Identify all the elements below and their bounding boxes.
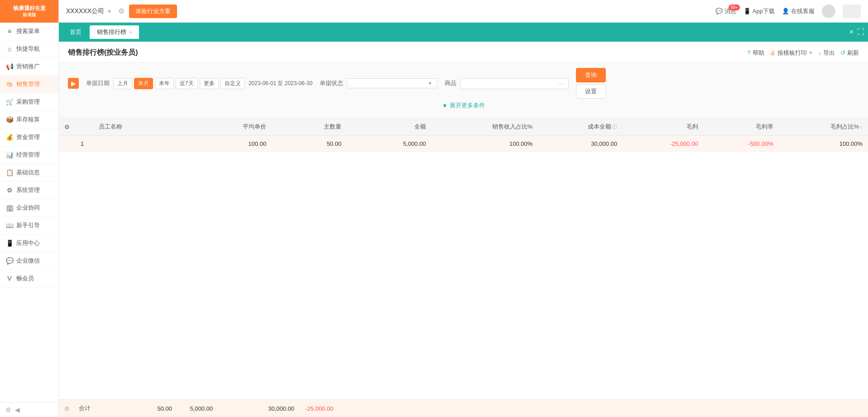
- operations-icon: 📊: [5, 151, 14, 158]
- service-icon: 👤: [782, 8, 789, 14]
- footer-settings-icon: ⚙: [64, 405, 70, 412]
- sidebar-item-system[interactable]: ⚙ 系统管理: [0, 182, 58, 199]
- sidebar-item-member[interactable]: V 畅会员: [0, 270, 58, 288]
- col-rank: [75, 118, 93, 136]
- app-download-button[interactable]: 📱 App下载: [743, 7, 775, 15]
- tab-bar: 首页 销售排行榜 × × ⛶: [59, 23, 868, 42]
- filter-toggle-arrow[interactable]: ▶: [68, 78, 79, 89]
- sidebar-item-guide[interactable]: 📖 新手引导: [0, 217, 58, 235]
- app-icon: 📱: [743, 8, 751, 14]
- col-settings[interactable]: ⚙: [59, 118, 75, 136]
- date-btn-custom[interactable]: 自定义: [221, 78, 245, 89]
- col-avg-price: 平均单价: [187, 118, 272, 136]
- sidebar-item-search[interactable]: ≡ 搜索菜单: [0, 23, 58, 40]
- tab-home[interactable]: 首页: [62, 25, 89, 39]
- sidebar-item-appcenter[interactable]: 📱 应用中心: [0, 235, 58, 252]
- sidebar-item-operations[interactable]: 📊 经营管理: [0, 146, 58, 164]
- sidebar-label-search: 搜索菜单: [16, 27, 40, 35]
- col-sales-pct: 销售收入占比%: [432, 118, 538, 136]
- settings-bottom-icon[interactable]: ⚙: [5, 406, 11, 413]
- company-selector[interactable]: XXXXXX公司 ▼: [66, 7, 112, 15]
- footer-cost: 30,000.00: [259, 405, 300, 412]
- user-avatar[interactable]: [822, 5, 835, 18]
- date-btn-prev-month[interactable]: 上月: [113, 78, 132, 89]
- date-btn-7days[interactable]: 近7天: [176, 78, 198, 89]
- status-select[interactable]: ▼: [347, 78, 437, 88]
- goods-dots-icon: ···: [559, 80, 564, 87]
- refresh-button[interactable]: ↺ 刷新: [840, 49, 859, 57]
- guide-icon: 📖: [5, 222, 14, 229]
- filter-row: ▶ 单据日期 上月 本月 本年 近7天 更多 自定义 2023-06-01 至 …: [68, 68, 859, 99]
- member-icon: V: [5, 275, 14, 282]
- status-label: 单据状态: [320, 79, 343, 87]
- date-range-display: 2023-06-01 至 2023-06-30: [249, 80, 312, 87]
- sidebar-item-finance[interactable]: 💰 资金管理: [0, 129, 58, 146]
- column-settings-icon[interactable]: ⚙: [64, 124, 70, 130]
- sidebar-label-basic: 基础信息: [16, 168, 40, 177]
- print-dropdown-arrow: ▼: [809, 50, 813, 55]
- refresh-label: 刷新: [847, 49, 859, 57]
- export-button[interactable]: ↓ 导出: [819, 49, 835, 57]
- cell-qty: 50.00: [272, 136, 347, 152]
- sidebar-nav: ≡ 搜索菜单 ⌂ 快捷导航 📢 营销推广 🛍 销售管理 🛒 采购管理 📦 库存核…: [0, 23, 58, 402]
- date-btn-more[interactable]: 更多: [200, 78, 219, 89]
- sidebar-item-purchase[interactable]: 🛒 采购管理: [0, 93, 58, 111]
- footer-gross: -25,000.00: [300, 405, 339, 412]
- help-button[interactable]: ? 帮助: [747, 49, 764, 57]
- tab-close-icon[interactable]: ×: [129, 29, 132, 35]
- sidebar-label-appcenter: 应用中心: [16, 239, 40, 247]
- expand-row: ▼ 展开更多条件: [68, 99, 859, 112]
- cell-rank: 1: [75, 136, 93, 152]
- cell-amount: 5,000.00: [347, 136, 432, 152]
- help-icon: ?: [747, 49, 750, 56]
- logo-line1: 畅康通好生意: [13, 5, 46, 12]
- sidebar-label-inventory: 库存核算: [16, 115, 40, 124]
- print-button[interactable]: 🖨 按模板打印 ▼: [770, 49, 813, 57]
- online-service-button[interactable]: 👤 在线客服: [782, 7, 815, 15]
- tab-maximize-icon[interactable]: ⛶: [857, 28, 864, 36]
- sidebar-label-system: 系统管理: [16, 186, 40, 194]
- sidebar-label-guide: 新手引导: [16, 221, 40, 230]
- table-row: 1 100.00 50.00 5,000.00 100.00% 30,000.0…: [59, 136, 868, 152]
- sidebar-item-sales[interactable]: 🛍 销售管理: [0, 76, 58, 93]
- page-actions: ? 帮助 🖨 按模板打印 ▼ ↓ 导出 ↺ 刷新: [747, 49, 859, 57]
- cost-info-icon[interactable]: ⓘ: [612, 124, 617, 129]
- logo: 畅康通好生意 标准版: [0, 0, 58, 23]
- col-gross: 毛利: [623, 118, 704, 136]
- sidebar-item-wechat[interactable]: 💬 企业微信: [0, 252, 58, 270]
- message-button[interactable]: 💬 消息 99+: [715, 7, 736, 15]
- date-btn-current-year[interactable]: 本年: [155, 78, 174, 89]
- system-icon: ⚙: [5, 187, 14, 194]
- tab-actions: × ⛶: [849, 28, 864, 36]
- goods-input[interactable]: ···: [460, 78, 569, 89]
- settings-button[interactable]: 设置: [576, 84, 606, 99]
- query-button[interactable]: 查询: [576, 68, 606, 82]
- grosspct-info-icon[interactable]: ↕: [860, 124, 863, 129]
- collapse-icon[interactable]: ◀: [15, 406, 20, 413]
- date-btn-current-month[interactable]: 本月: [134, 78, 153, 89]
- help-label: 帮助: [753, 49, 764, 57]
- date-filter-item: 单据日期 上月 本月 本年 近7天 更多 自定义 2023-06-01 至 20…: [86, 78, 312, 89]
- tab-sales-ranking[interactable]: 销售排行榜 ×: [90, 25, 139, 39]
- sidebar-bottom: ⚙ ◀: [0, 402, 58, 417]
- refresh-icon: ↺: [840, 49, 845, 56]
- sidebar-item-enterprise[interactable]: 🏢 企业协同: [0, 199, 58, 217]
- date-buttons: 上月 本月 本年 近7天 更多 自定义: [113, 78, 245, 89]
- page-content: 销售排行榜(按业务员) ? 帮助 🖨 按模板打印 ▼ ↓ 导出 ↺ 刷新: [59, 42, 868, 417]
- header-gear-icon[interactable]: ⚙: [118, 7, 125, 15]
- goods-filter-item: 商品 ···: [445, 78, 569, 89]
- trial-button[interactable]: 体验行业方案: [129, 5, 177, 18]
- sidebar-item-inventory[interactable]: 📦 库存核算: [0, 111, 58, 129]
- print-label: 按模板打印: [777, 49, 807, 57]
- footer-amount: 5,000.00: [177, 405, 218, 412]
- tab-sales-ranking-label: 销售排行榜: [97, 28, 126, 36]
- message-icon: 💬: [715, 8, 723, 14]
- sidebar-item-basic[interactable]: 📋 基础信息: [0, 164, 58, 182]
- sidebar-label-purchase: 采购管理: [16, 98, 40, 106]
- tab-close-window-icon[interactable]: ×: [849, 28, 854, 36]
- footer-qty: 50.00: [141, 405, 177, 412]
- footer-label: 合计: [73, 404, 101, 412]
- sidebar-item-shortcut[interactable]: ⌂ 快捷导航: [0, 40, 58, 58]
- expand-conditions-button[interactable]: ▼ 展开更多条件: [442, 101, 485, 110]
- sidebar-item-marketing[interactable]: 📢 营销推广: [0, 58, 58, 76]
